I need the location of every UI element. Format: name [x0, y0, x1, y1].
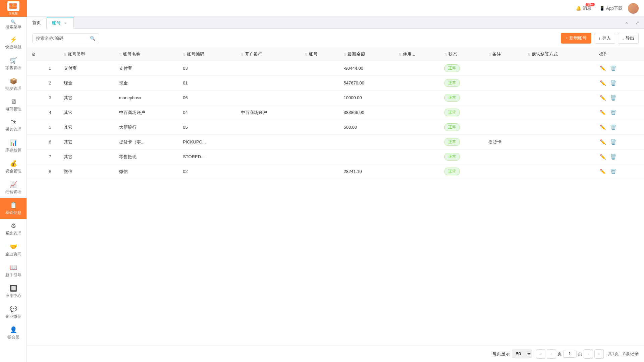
delete-button-3[interactable]: 🗑️ [609, 109, 617, 116]
sidebar-item-ecommerce[interactable]: 🖥 电商管理 [0, 95, 26, 115]
delete-button-0[interactable]: 🗑️ [609, 65, 617, 72]
sidebar-item-search[interactable]: 🔍 搜索菜单 [0, 17, 26, 33]
edit-button-1[interactable]: ✏️ [599, 79, 607, 87]
row-index-1: 2 [40, 76, 60, 90]
export-button[interactable]: ↓ 导出 [618, 33, 639, 44]
next-page-button[interactable]: › [584, 349, 593, 359]
row-actions-5: ✏️ 🗑️ [595, 135, 644, 149]
first-page-button[interactable]: « [536, 349, 545, 359]
edit-button-2[interactable]: ✏️ [599, 94, 607, 102]
col-type[interactable]: ⇅账号类型 [60, 48, 115, 61]
add-account-button[interactable]: + 新增账号 [561, 33, 591, 44]
row-index-2: 3 [40, 90, 60, 105]
col-usage[interactable]: ⇅使用... [395, 48, 440, 61]
sidebar-item-label-retail: 零售管理 [5, 65, 21, 71]
sidebar-item-quicknav[interactable]: ⚡ 快捷导航 [0, 33, 26, 53]
column-settings-icon[interactable]: ⚙ [32, 52, 36, 57]
row-bank-5 [237, 135, 301, 149]
sidebar-item-operation[interactable]: 📈 经营管理 [0, 177, 26, 198]
sidebar: 乐观版 🔍 搜索菜单 ⚡ 快捷导航 🛒 零售管理 📦 批发管理 🖥 电商管理 🛍… [0, 0, 27, 362]
table-row: 3 其它 moneybosx 06 10000.00 正常 ✏️ 🗑️ [27, 90, 644, 105]
row-type-7: 微信 [60, 164, 115, 179]
col-settings[interactable]: ⚙ [27, 48, 40, 61]
row-checkbox-4 [27, 120, 40, 135]
row-checkbox-2 [27, 90, 40, 105]
row-status-4: 正常 [440, 120, 484, 135]
user-avatar[interactable] [628, 3, 639, 14]
sidebar-item-basic[interactable]: 📋 基础信息 [0, 198, 26, 219]
row-code-4: 05 [179, 120, 237, 135]
delete-button-6[interactable]: 🗑️ [609, 153, 617, 161]
search-button[interactable]: 🔍 [87, 34, 99, 43]
edit-button-7[interactable]: ✏️ [599, 168, 607, 175]
col-bank[interactable]: ⇅开户银行 [237, 48, 301, 61]
page-size-select[interactable]: 102050100 [512, 350, 532, 358]
sidebar-item-member[interactable]: 👤 畅会员 [0, 323, 26, 344]
col-code[interactable]: ⇅账号编码 [179, 48, 237, 61]
message-button[interactable]: 🔔 消息 99+ [576, 5, 591, 11]
sidebar-item-guide[interactable]: 📖 新手引导 [0, 260, 26, 281]
sidebar-item-label-operation: 经营管理 [5, 189, 21, 195]
row-account-7 [301, 164, 340, 179]
sidebar-item-enterprise[interactable]: 🤝 企业协同 [0, 240, 26, 260]
delete-button-4[interactable]: 🗑️ [609, 124, 617, 131]
import-button[interactable]: ↑ 导入 [594, 33, 615, 44]
tab-home[interactable]: 首页 [27, 17, 47, 29]
delete-button-2[interactable]: 🗑️ [609, 94, 617, 102]
col-balance[interactable]: ⇅最新余额 [339, 48, 394, 61]
delete-button-1[interactable]: 🗑️ [609, 79, 617, 87]
search-box[interactable]: 🔍 [32, 34, 99, 43]
table-row: 6 其它 提货卡（零... PICKUPC... 正常 提货卡 ✏️ 🗑️ [27, 135, 644, 149]
table-wrap: ⚙ ⇅账号类型 ⇅账号名称 ⇅账号编码 ⇅开户银行 ⇅账号 ⇅最新余额 ⇅使用.… [27, 48, 644, 345]
last-page-button[interactable]: » [594, 349, 604, 359]
import-label: 导入 [602, 35, 611, 41]
pagination: 每页显示 102050100 « ‹ 页 页 › » 共1页，8条记录 [27, 345, 644, 362]
row-checkbox-7 [27, 164, 40, 179]
row-settlement-5 [524, 135, 595, 149]
prev-page-button[interactable]: ‹ [547, 349, 556, 359]
row-name-6: 零售抵现 [115, 149, 179, 164]
sidebar-item-purchase[interactable]: 🛍 采购管理 [0, 115, 26, 136]
sidebar-item-system[interactable]: ⚙ 系统管理 [0, 219, 26, 240]
col-index [40, 48, 60, 61]
edit-button-0[interactable]: ✏️ [599, 65, 607, 72]
col-name[interactable]: ⇅账号名称 [115, 48, 179, 61]
svg-rect-1 [13, 3, 17, 6]
edit-button-5[interactable]: ✏️ [599, 138, 607, 146]
sidebar-item-retail[interactable]: 🛒 零售管理 [0, 53, 26, 74]
col-settlement[interactable]: ⇅默认结算方式 [524, 48, 595, 61]
row-checkbox-1 [27, 76, 40, 90]
col-remark[interactable]: ⇅备注 [484, 48, 524, 61]
tab-close-button[interactable]: × [63, 20, 68, 26]
row-code-2: 06 [179, 90, 237, 105]
sidebar-item-label-basic: 基础信息 [5, 210, 21, 216]
row-account-2 [301, 90, 340, 105]
row-remark-4 [484, 120, 524, 135]
page-number-input[interactable] [563, 350, 577, 358]
home-tab-label: 首页 [32, 20, 41, 26]
toolbar-right: + 新增账号 ↑ 导入 ↓ 导出 [561, 33, 639, 44]
sidebar-item-finance[interactable]: 💰 资金管理 [0, 157, 26, 177]
edit-button-3[interactable]: ✏️ [599, 109, 607, 116]
action-btns-3: ✏️ 🗑️ [599, 109, 640, 116]
row-type-1: 现金 [60, 76, 115, 90]
search-input[interactable] [33, 34, 87, 43]
row-name-7: 微信 [115, 164, 179, 179]
row-type-0: 支付宝 [60, 61, 115, 76]
edit-button-6[interactable]: ✏️ [599, 153, 607, 161]
row-code-5: PICKUPC... [179, 135, 237, 149]
delete-button-5[interactable]: 🗑️ [609, 138, 617, 146]
sidebar-item-wechat[interactable]: 💬 企业微信 [0, 302, 26, 323]
sidebar-item-inventory[interactable]: 📊 库存核算 [0, 136, 26, 157]
sidebar-item-wholesale[interactable]: 📦 批发管理 [0, 74, 26, 95]
edit-button-4[interactable]: ✏️ [599, 124, 607, 131]
col-account[interactable]: ⇅账号 [301, 48, 340, 61]
col-status[interactable]: ⇅状态 [440, 48, 484, 61]
wholesale-icon: 📦 [10, 77, 17, 85]
tab-expand-button[interactable]: ⤢ [633, 19, 641, 27]
download-button[interactable]: 📱 App下载 [599, 5, 623, 11]
tab-account[interactable]: 账号 × [47, 17, 74, 29]
sidebar-item-appcenter[interactable]: 🔲 应用中心 [0, 281, 26, 302]
tab-close-all-button[interactable]: × [623, 19, 631, 27]
delete-button-7[interactable]: 🗑️ [609, 168, 617, 175]
